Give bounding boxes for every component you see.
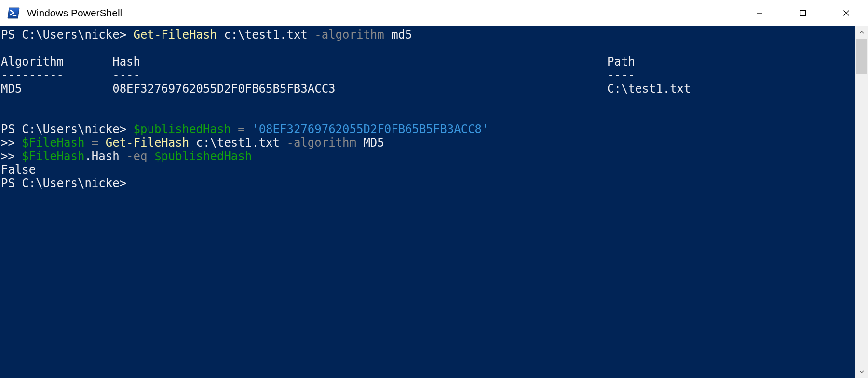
terminal-line (1, 41, 855, 55)
scroll-up-button[interactable] (855, 26, 868, 39)
vertical-scrollbar[interactable] (855, 26, 868, 378)
scroll-down-button[interactable] (855, 365, 868, 378)
terminal-line: False (1, 163, 855, 176)
powershell-icon (7, 6, 20, 20)
terminal-line: --------- ---- ---- (1, 68, 855, 82)
terminal-line: MD5 08EF32769762055D2F0FB65B5FB3ACC3 C:\… (1, 82, 855, 95)
terminal-line: Algorithm Hash Path (1, 55, 855, 68)
titlebar: Windows PowerShell (0, 0, 868, 26)
scrollbar-track[interactable] (855, 39, 868, 365)
maximize-button[interactable] (781, 0, 825, 26)
terminal-line: PS C:\Users\nicke> Get-FileHash c:\test1… (1, 28, 855, 41)
minimize-button[interactable] (738, 0, 781, 26)
close-button[interactable] (825, 0, 868, 26)
terminal-line: >> $FileHash = Get-FileHash c:\test1.txt… (1, 136, 855, 149)
terminal-container: PS C:\Users\nicke> Get-FileHash c:\test1… (0, 26, 868, 378)
scrollbar-thumb[interactable] (856, 39, 867, 74)
terminal-line: >> $FileHash.Hash -eq $publishedHash (1, 149, 855, 163)
terminal-line (1, 95, 855, 109)
terminal-line: PS C:\Users\nicke> $publishedHash = '08E… (1, 122, 855, 136)
window-controls (738, 0, 868, 26)
terminal[interactable]: PS C:\Users\nicke> Get-FileHash c:\test1… (0, 26, 855, 378)
svg-rect-2 (800, 10, 806, 15)
window-title: Windows PowerShell (27, 7, 122, 19)
terminal-line (1, 109, 855, 122)
terminal-line: PS C:\Users\nicke> (1, 176, 855, 190)
